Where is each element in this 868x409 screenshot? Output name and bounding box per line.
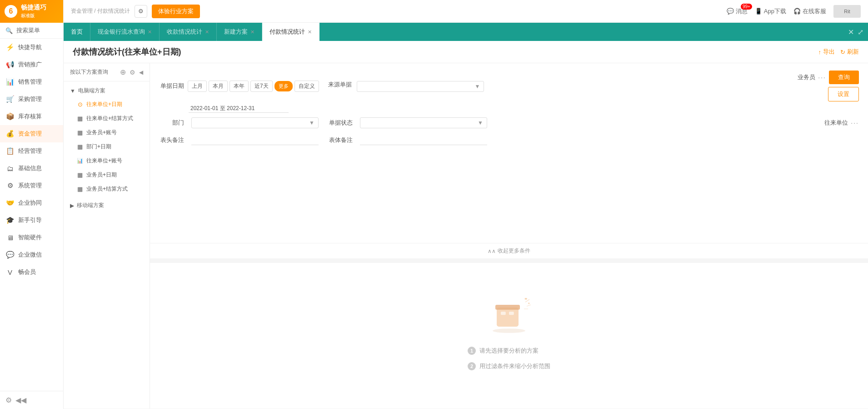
- collapse-label: 收起更多条件: [498, 247, 530, 255]
- body-note-input[interactable]: [360, 135, 487, 145]
- tab-cashflow-close[interactable]: ✕: [148, 29, 152, 35]
- sales-icon: 📊: [5, 78, 15, 86]
- sidebar-nav: ⚡ 快捷导航 📢 营销推广 📊 销售管理 🛒 采购管理 📦 库存核算 💰 资金管…: [0, 39, 63, 391]
- cooperation-icon: 🤝: [5, 199, 15, 207]
- sidebar-item-purchase[interactable]: 🛒 采购管理: [0, 91, 63, 108]
- app-download-button[interactable]: 📱 App下载: [755, 7, 786, 15]
- marketing-icon: 📢: [5, 61, 15, 69]
- online-service-button[interactable]: 🎧 在线客服: [793, 7, 826, 15]
- right-panel: 单据日期 上月 本月 本年 近7天 更多 自定义 来源单据: [150, 63, 868, 409]
- tab-receivable-close[interactable]: ✕: [205, 29, 209, 35]
- message-button[interactable]: 💬 消息 99+: [727, 7, 748, 15]
- scheme-item-salesperson-settlement[interactable]: ▦ 业务员+结算方式: [64, 182, 150, 196]
- sidebar-label-guide: 新手引导: [18, 216, 42, 224]
- mobile-scheme-group[interactable]: ▶ 移动端方案: [64, 199, 150, 212]
- tab-new-scheme-close[interactable]: ✕: [250, 29, 254, 35]
- header-right: 💬 消息 99+ 📱 App下载 🎧 在线客服 Rit: [727, 5, 861, 18]
- trial-button[interactable]: 体验行业方案: [152, 5, 200, 18]
- sidebar-label-marketing: 营销推广: [18, 61, 42, 69]
- scheme-item-partner-date[interactable]: ⊙ 往来单位+日期: [64, 97, 150, 111]
- header-note-input[interactable]: [191, 135, 319, 145]
- search-icon: 🔍: [5, 27, 13, 34]
- logo-text: 畅捷通巧: [21, 4, 46, 12]
- date-range-input[interactable]: [189, 104, 289, 113]
- desktop-group-title[interactable]: ▼ 电脑端方案: [64, 84, 150, 97]
- setting-button[interactable]: 设置: [828, 87, 859, 101]
- wechat-icon: 💬: [5, 251, 15, 259]
- scheme-item-partner-settlement[interactable]: ▦ 往来单位+结算方式: [64, 111, 150, 126]
- guide-icon: 🎓: [5, 216, 15, 224]
- dept-select[interactable]: ▼: [191, 117, 319, 128]
- scheme-label-salesperson-settlement: 业务员+结算方式: [86, 185, 128, 193]
- system-icon: ⚙: [5, 182, 15, 190]
- tab-home[interactable]: 首页: [64, 23, 90, 41]
- date-btn-more[interactable]: 更多: [274, 81, 293, 91]
- filter-row-3: 表头备注 表体备注: [159, 135, 859, 145]
- message-icon: 💬: [727, 8, 734, 15]
- refresh-button[interactable]: ↻ 刷新: [840, 48, 859, 56]
- partner-ellipsis[interactable]: ···: [851, 119, 859, 126]
- query-button[interactable]: 查询: [829, 71, 859, 84]
- sidebar: 6 畅捷通巧 标准版 🔍 搜索菜单 ⚡ 快捷导航 📢 营销推广 📊 销售管理 🛒…: [0, 0, 64, 409]
- scheme-collapse-button[interactable]: ◀: [139, 69, 143, 76]
- tab-receivable[interactable]: 收款情况统计 ✕: [160, 23, 217, 41]
- sidebar-item-guide[interactable]: 🎓 新手引导: [0, 212, 63, 229]
- voucher-status-label: 单据状态: [328, 119, 353, 127]
- sidebar-item-system[interactable]: ⚙ 系统管理: [0, 177, 63, 194]
- date-btn-this-year[interactable]: 本年: [229, 81, 249, 92]
- scheme-item-partner-account[interactable]: 📊 往来单位+账号: [64, 154, 150, 168]
- sidebar-gear-button[interactable]: ⚙: [5, 396, 12, 404]
- filter-item-dept: 部门 ▼: [159, 117, 319, 128]
- date-btn-last-month[interactable]: 上月: [188, 81, 207, 92]
- sidebar-item-marketing[interactable]: 📢 营销推广: [0, 56, 63, 73]
- dept-label: 部门: [159, 119, 184, 127]
- sidebar-item-quick-nav[interactable]: ⚡ 快捷导航: [0, 39, 63, 56]
- tab-new-scheme-label: 新建方案: [224, 28, 248, 36]
- sidebar-item-sales[interactable]: 📊 销售管理: [0, 73, 63, 91]
- sidebar-item-inventory[interactable]: 📦 库存核算: [0, 108, 63, 125]
- sidebar-item-wechat[interactable]: 💬 企业微信: [0, 246, 63, 263]
- sidebar-label-hardware: 智能硬件: [18, 233, 42, 242]
- voucher-status-select[interactable]: ▼: [360, 117, 487, 128]
- sidebar-item-hardware[interactable]: 🖥 智能硬件: [0, 229, 63, 246]
- source-select[interactable]: ▼: [357, 81, 484, 92]
- sidebar-collapse-button[interactable]: ◀◀: [15, 396, 26, 404]
- scheme-panel-label: 按以下方案查询: [70, 68, 108, 76]
- tab-new-scheme[interactable]: 新建方案 ✕: [217, 23, 262, 41]
- tabs-maximize-icon[interactable]: ⤢: [858, 28, 863, 36]
- sidebar-item-basic[interactable]: 🗂 基础信息: [0, 160, 63, 177]
- scheme-item-dept-date[interactable]: ▦ 部门+日期: [64, 140, 150, 154]
- scheme-add-button[interactable]: ⊕: [120, 68, 126, 76]
- scheme-settings-button[interactable]: ⚙: [130, 69, 135, 76]
- logo-icon: 6: [5, 5, 17, 18]
- page-actions: ↑ 导出 ↻ 刷新: [818, 48, 859, 56]
- sidebar-search-item[interactable]: 🔍 搜索菜单: [0, 23, 63, 39]
- scheme-item-salesperson-date[interactable]: ▦ 业务员+日期: [64, 168, 150, 182]
- svg-rect-4: [509, 312, 514, 315]
- scheme-icon-partner-account: 📊: [76, 158, 84, 164]
- salesperson-ellipsis[interactable]: ···: [818, 74, 826, 81]
- date-btn-7days[interactable]: 近7天: [250, 81, 273, 92]
- collapse-more-button[interactable]: ∧∧ 收起更多条件: [488, 247, 530, 255]
- date-buttons: 上月 本月 本年 近7天 更多 自定义: [188, 81, 319, 92]
- user-avatar[interactable]: Rit: [833, 5, 861, 18]
- export-button[interactable]: ↑ 导出: [818, 48, 835, 56]
- tab-payment-stat-close[interactable]: ✕: [308, 29, 312, 35]
- export-label: 导出: [823, 48, 835, 56]
- header-settings-button[interactable]: ⚙: [135, 5, 147, 18]
- tab-payment-stat[interactable]: 付款情况统计 ✕: [262, 23, 319, 41]
- sidebar-item-finance[interactable]: 💰 资金管理: [0, 125, 63, 142]
- scheme-item-salesperson-account[interactable]: ▦ 业务员+账号: [64, 126, 150, 140]
- empty-state: 1 请先选择要分析的方案 2 用过滤条件来缩小分析范围: [150, 263, 868, 409]
- breadcrumb: 资金管理 / 付款情况统计: [71, 7, 130, 15]
- sidebar-item-operation[interactable]: 📋 经营管理: [0, 142, 63, 160]
- tab-cashflow[interactable]: 现金银行流水查询 ✕: [90, 23, 160, 41]
- sidebar-item-member[interactable]: V 畅会员: [0, 263, 63, 281]
- tabs-close-all-icon[interactable]: ✕: [848, 28, 854, 36]
- date-btn-custom[interactable]: 自定义: [294, 81, 319, 92]
- refresh-label: 刷新: [847, 48, 859, 56]
- scheme-panel-header: 按以下方案查询 ⊕ ⚙ ◀: [64, 63, 150, 81]
- service-label: 在线客服: [803, 7, 826, 15]
- sidebar-item-cooperation[interactable]: 🤝 企业协同: [0, 194, 63, 212]
- date-btn-this-month[interactable]: 本月: [209, 81, 228, 92]
